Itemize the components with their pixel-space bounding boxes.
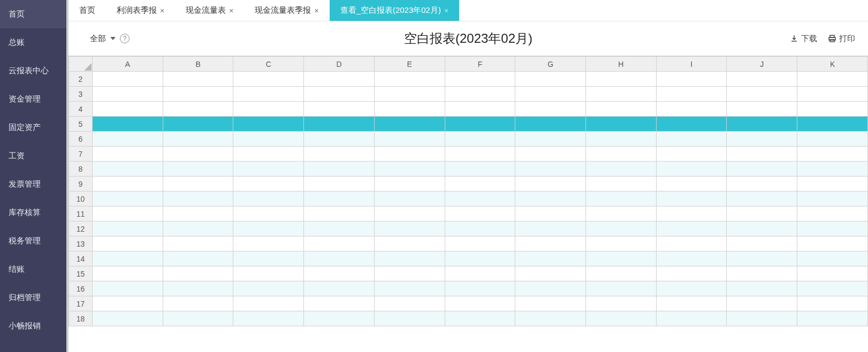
- cell[interactable]: [374, 177, 445, 192]
- cell[interactable]: [93, 296, 163, 311]
- cell[interactable]: [374, 87, 445, 102]
- cell[interactable]: [233, 296, 304, 311]
- cell[interactable]: [93, 132, 163, 147]
- cell[interactable]: [93, 221, 163, 236]
- cell[interactable]: [586, 192, 657, 206]
- cell[interactable]: [515, 206, 586, 221]
- cell[interactable]: [163, 236, 233, 251]
- column-header[interactable]: G: [515, 57, 586, 72]
- column-header[interactable]: B: [163, 57, 233, 72]
- cell[interactable]: [445, 162, 515, 177]
- cell[interactable]: [656, 266, 727, 281]
- cell[interactable]: [727, 162, 797, 177]
- cell[interactable]: [304, 72, 375, 87]
- cell[interactable]: [586, 266, 657, 281]
- row-header[interactable]: 14: [69, 251, 93, 266]
- close-icon[interactable]: ×: [314, 6, 318, 15]
- cell[interactable]: [797, 221, 868, 236]
- cell[interactable]: [586, 311, 657, 326]
- sheet-corner[interactable]: [69, 57, 93, 72]
- cell[interactable]: [445, 281, 515, 296]
- cell[interactable]: [374, 221, 445, 236]
- cell[interactable]: [656, 281, 727, 296]
- row-header[interactable]: 3: [69, 87, 93, 102]
- cell[interactable]: [656, 311, 727, 326]
- cell[interactable]: [515, 132, 586, 147]
- spreadsheet[interactable]: ABCDEFGHIJK23456789101112131415161718: [68, 56, 868, 352]
- cell[interactable]: [93, 251, 163, 266]
- cell[interactable]: [445, 251, 515, 266]
- row-header[interactable]: 6: [69, 132, 93, 147]
- cell[interactable]: [163, 102, 233, 117]
- cell[interactable]: [515, 162, 586, 177]
- tab[interactable]: 查看_空白报表(2023年02月)×: [330, 0, 460, 21]
- sidebar-item[interactable]: 资金管理: [0, 85, 66, 113]
- column-header[interactable]: E: [374, 57, 445, 72]
- row-header[interactable]: 4: [69, 102, 93, 117]
- print-button[interactable]: 打印: [828, 34, 855, 44]
- close-icon[interactable]: ×: [444, 6, 448, 15]
- cell[interactable]: [163, 266, 233, 281]
- row-header[interactable]: 12: [69, 221, 93, 236]
- cell[interactable]: [233, 192, 304, 206]
- column-header[interactable]: D: [304, 57, 375, 72]
- cell[interactable]: [797, 162, 868, 177]
- cell[interactable]: [586, 117, 657, 132]
- cell[interactable]: [233, 162, 304, 177]
- cell[interactable]: [93, 206, 163, 221]
- cell[interactable]: [163, 251, 233, 266]
- row-header[interactable]: 2: [69, 72, 93, 87]
- cell[interactable]: [797, 296, 868, 311]
- cell[interactable]: [586, 221, 657, 236]
- row-header[interactable]: 10: [69, 192, 93, 206]
- column-header[interactable]: F: [445, 57, 515, 72]
- sidebar-item[interactable]: 工资: [0, 142, 66, 170]
- cell[interactable]: [233, 147, 304, 162]
- cell[interactable]: [233, 266, 304, 281]
- cell[interactable]: [233, 236, 304, 251]
- cell[interactable]: [586, 251, 657, 266]
- cell[interactable]: [515, 236, 586, 251]
- cell[interactable]: [93, 236, 163, 251]
- column-header[interactable]: K: [797, 57, 868, 72]
- cell[interactable]: [727, 266, 797, 281]
- cell[interactable]: [727, 177, 797, 192]
- cell[interactable]: [233, 206, 304, 221]
- cell[interactable]: [656, 87, 727, 102]
- cell[interactable]: [374, 72, 445, 87]
- cell[interactable]: [515, 87, 586, 102]
- row-header[interactable]: 18: [69, 311, 93, 326]
- cell[interactable]: [163, 206, 233, 221]
- cell[interactable]: [727, 296, 797, 311]
- cell[interactable]: [304, 147, 375, 162]
- cell[interactable]: [304, 87, 375, 102]
- cell[interactable]: [727, 192, 797, 206]
- cell[interactable]: [163, 221, 233, 236]
- cell[interactable]: [797, 311, 868, 326]
- tab[interactable]: 利润表季报×: [106, 0, 175, 21]
- cell[interactable]: [727, 72, 797, 87]
- cell[interactable]: [656, 221, 727, 236]
- cell[interactable]: [445, 296, 515, 311]
- sidebar-item[interactable]: 总账: [0, 28, 66, 57]
- tab[interactable]: 首页: [68, 0, 106, 21]
- cell[interactable]: [515, 221, 586, 236]
- cell[interactable]: [727, 311, 797, 326]
- cell[interactable]: [233, 102, 304, 117]
- cell[interactable]: [656, 236, 727, 251]
- cell[interactable]: [374, 162, 445, 177]
- cell[interactable]: [797, 177, 868, 192]
- tab[interactable]: 现金流量表季报×: [244, 0, 329, 21]
- cell[interactable]: [233, 311, 304, 326]
- column-header[interactable]: A: [93, 57, 163, 72]
- cell[interactable]: [656, 206, 727, 221]
- cell[interactable]: [656, 117, 727, 132]
- cell[interactable]: [163, 177, 233, 192]
- row-header[interactable]: 13: [69, 236, 93, 251]
- cell[interactable]: [797, 87, 868, 102]
- cell[interactable]: [445, 311, 515, 326]
- cell[interactable]: [515, 266, 586, 281]
- cell[interactable]: [93, 177, 163, 192]
- column-header[interactable]: I: [656, 57, 727, 72]
- cell[interactable]: [233, 117, 304, 132]
